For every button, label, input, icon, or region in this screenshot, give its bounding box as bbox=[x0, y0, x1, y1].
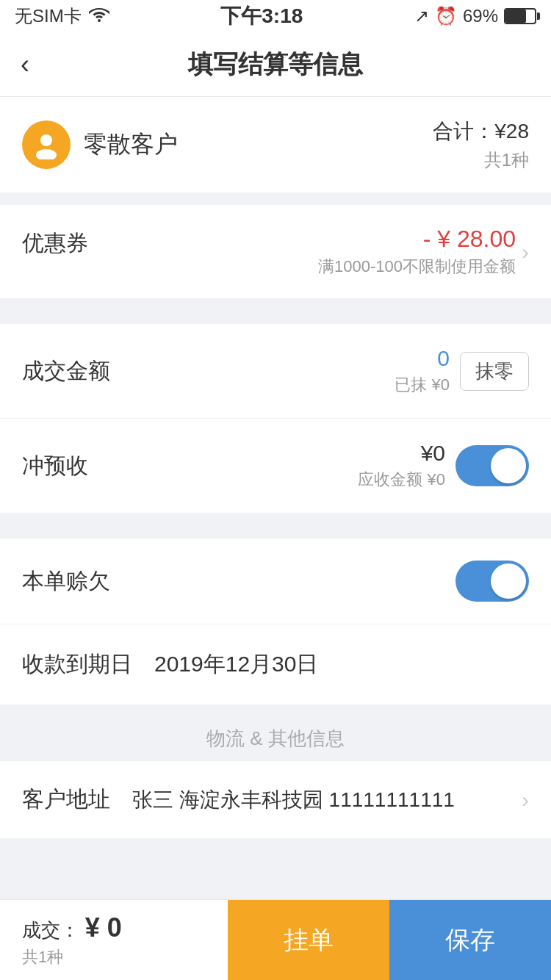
divider1 bbox=[0, 310, 551, 323]
debt-section: 本单赊欠 收款到期日 2019年12月30日 bbox=[0, 538, 551, 705]
page-title: 填写结算等信息 bbox=[188, 48, 363, 82]
total-amount: 合计：¥28 bbox=[433, 118, 529, 145]
deal-amount-row: 成交金额 0 已抹 ¥0 抹零 bbox=[0, 323, 551, 418]
nav-bar: ‹ 填写结算等信息 bbox=[0, 32, 551, 97]
prepay-label: 冲预收 bbox=[22, 451, 88, 481]
logistics-label: 物流 & 其他信息 bbox=[206, 726, 345, 752]
coupon-label: 优惠券 bbox=[22, 226, 88, 259]
logistics-divider: 物流 & 其他信息 bbox=[0, 716, 551, 760]
debt-label: 本单赊欠 bbox=[22, 566, 110, 597]
coupon-section[interactable]: 优惠券 - ¥ 28.00 满1000-100不限制使用金额 › bbox=[0, 204, 551, 298]
due-date-value: 2019年12月30日 bbox=[154, 649, 318, 680]
deal-amount-value: 0 bbox=[395, 346, 450, 371]
bottom-deal-amount: ¥ 0 bbox=[85, 912, 122, 943]
due-date-label: 收款到期日 bbox=[22, 649, 132, 680]
prepay-right: ¥0 应收金额 ¥0 bbox=[358, 441, 529, 491]
item-count: 共1种 bbox=[433, 148, 529, 172]
hang-order-button[interactable]: 挂单 bbox=[228, 900, 389, 981]
due-date-row: 收款到期日 2019年12月30日 bbox=[0, 624, 551, 705]
deal-amount-sub: 已抹 ¥0 bbox=[395, 374, 450, 396]
wifi-icon bbox=[89, 6, 109, 26]
location-icon: ↗ bbox=[414, 6, 429, 26]
svg-point-1 bbox=[36, 149, 57, 159]
coupon-row[interactable]: 优惠券 - ¥ 28.00 满1000-100不限制使用金额 › bbox=[0, 204, 551, 298]
bottom-deal-prefix: 成交： bbox=[22, 919, 79, 941]
prepay-value: ¥0 bbox=[358, 441, 445, 466]
content: 零散客户 合计：¥28 共1种 优惠券 - ¥ 28.00 满1000-100不… bbox=[0, 97, 551, 938]
debt-row: 本单赊欠 bbox=[0, 538, 551, 624]
customer-info: 零散客户 bbox=[22, 120, 178, 169]
address-arrow-icon: › bbox=[522, 788, 529, 813]
carrier-text: 无SIM卡 bbox=[15, 4, 82, 28]
status-right: ↗ ⏰ 69% bbox=[414, 6, 536, 26]
bottom-deal-row: 成交： ¥ 0 bbox=[22, 912, 206, 943]
round-off-button[interactable]: 抹零 bbox=[460, 352, 529, 391]
prepay-row: 冲预收 ¥0 应收金额 ¥0 bbox=[0, 418, 551, 513]
bottom-deal-info: 成交： ¥ 0 共1种 bbox=[0, 912, 228, 968]
coupon-right: - ¥ 28.00 满1000-100不限制使用金额 bbox=[318, 226, 516, 278]
divider2 bbox=[0, 525, 551, 538]
coupon-arrow-icon: › bbox=[522, 239, 529, 264]
deal-amount-label: 成交金额 bbox=[22, 356, 110, 386]
deal-amount-value-wrap: 0 已抹 ¥0 bbox=[395, 346, 450, 396]
bottom-bar: 成交： ¥ 0 共1种 挂单 保存 bbox=[0, 899, 551, 980]
person-icon bbox=[32, 130, 61, 159]
status-bar: 无SIM卡 下午3:18 ↗ ⏰ 69% bbox=[0, 0, 551, 32]
status-left: 无SIM卡 bbox=[15, 4, 109, 28]
battery-percentage: 69% bbox=[463, 6, 498, 26]
debt-toggle[interactable] bbox=[455, 561, 529, 602]
address-value: 张三 海淀永丰科技园 11111111111 bbox=[132, 786, 500, 814]
coupon-description: 满1000-100不限制使用金额 bbox=[318, 256, 516, 278]
prepay-toggle[interactable] bbox=[455, 445, 529, 486]
customer-row: 零散客户 合计：¥28 共1种 bbox=[0, 97, 551, 192]
avatar bbox=[22, 120, 71, 169]
address-label: 客户地址 bbox=[22, 785, 110, 815]
address-row[interactable]: 客户地址 张三 海淀永丰科技园 11111111111 › bbox=[0, 760, 551, 838]
battery-icon bbox=[504, 8, 536, 24]
customer-section: 零散客户 合计：¥28 共1种 bbox=[0, 97, 551, 192]
deal-section: 成交金额 0 已抹 ¥0 抹零 冲预收 ¥0 应收金额 ¥0 bbox=[0, 323, 551, 513]
back-button[interactable]: ‹ bbox=[21, 49, 29, 80]
prepay-value-wrap: ¥0 应收金额 ¥0 bbox=[358, 441, 445, 491]
debt-right bbox=[455, 561, 529, 602]
customer-name: 零散客户 bbox=[84, 129, 178, 161]
svg-point-0 bbox=[40, 134, 52, 146]
address-section[interactable]: 客户地址 张三 海淀永丰科技园 11111111111 › bbox=[0, 760, 551, 838]
coupon-discount: - ¥ 28.00 bbox=[318, 226, 516, 253]
prepay-sub: 应收金额 ¥0 bbox=[358, 469, 445, 491]
bottom-item-count: 共1种 bbox=[22, 946, 206, 968]
deal-amount-right: 0 已抹 ¥0 抹零 bbox=[395, 346, 529, 396]
save-button[interactable]: 保存 bbox=[389, 900, 551, 981]
customer-totals: 合计：¥28 共1种 bbox=[433, 118, 529, 172]
alarm-icon: ⏰ bbox=[435, 6, 457, 26]
status-time: 下午3:18 bbox=[220, 2, 303, 30]
